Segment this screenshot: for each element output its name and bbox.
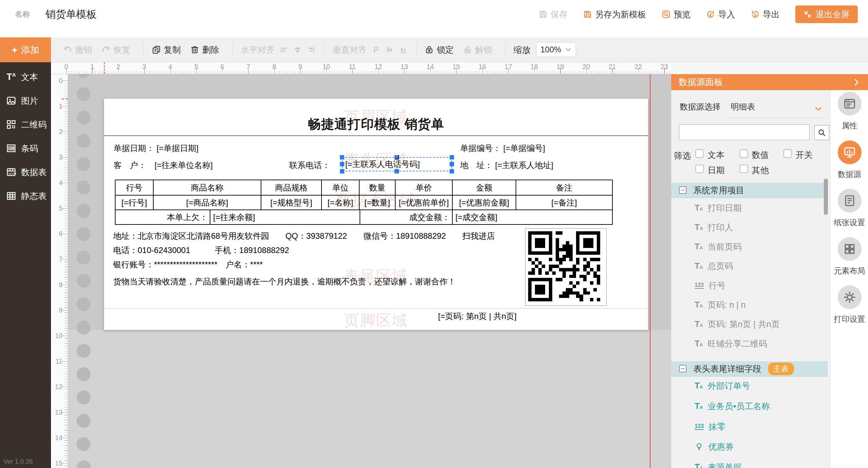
resize-handle[interactable] [340, 162, 344, 166]
table-data-cell[interactable]: [=备注] [516, 196, 613, 210]
selected-phone-element[interactable]: [=主联系人电话号码] [342, 157, 452, 171]
sidebar-item-image[interactable]: 图片 [0, 89, 51, 113]
filter-checkbox-switch[interactable] [783, 149, 792, 158]
filter-checkbox-date[interactable] [695, 165, 704, 173]
align-bottom-icon[interactable] [399, 46, 407, 54]
table-footer-cell[interactable]: [=成交金额] [453, 210, 613, 225]
table-header-cell[interactable]: 金额 [453, 180, 516, 196]
bill-date-field[interactable]: 单据日期： [=单据日期] [114, 143, 198, 154]
table-data-cell[interactable]: [=行号] [116, 196, 154, 210]
table-data-cell[interactable]: [=规格型号] [261, 196, 322, 210]
panel-scrollbar-thumb[interactable] [824, 179, 828, 215]
table-header-cell[interactable]: 商品名称 [154, 180, 261, 196]
datasource-select-value[interactable]: 明细表 [731, 101, 755, 112]
resize-handle[interactable] [395, 169, 399, 173]
filter-label-switch[interactable]: 开关 [796, 149, 813, 161]
save-button[interactable]: 保存 [539, 9, 568, 20]
table-data-cell[interactable]: [=商品名称] [154, 196, 261, 210]
filter-checkbox-number[interactable] [740, 149, 748, 158]
bill-no-field[interactable]: 单据编号： [=单据编号] [460, 143, 545, 154]
customer-field[interactable]: 客 户： [=往来单位名称] [114, 160, 213, 171]
table-footer-cell[interactable]: 本单上欠： [116, 210, 210, 225]
import-button[interactable]: 导入 [706, 9, 735, 20]
table-header-cell[interactable]: 单位 [322, 180, 360, 196]
footer-phone-line[interactable]: 电话：010-62430001 手机：18910888292 [113, 245, 289, 256]
sidebar-item-statictable[interactable]: 静态表 [0, 184, 51, 208]
page-number-element[interactable]: [=页码: 第n页 | 共n页] [438, 311, 517, 322]
tab-datasource[interactable]: 数据源 [831, 140, 868, 180]
search-button[interactable] [814, 125, 829, 140]
align-top-icon[interactable] [372, 46, 380, 54]
save-as-template-button[interactable]: 另存为新模板 [583, 9, 646, 20]
filter-label-text[interactable]: 文本 [708, 149, 725, 161]
table-data-cell[interactable]: [=数量] [360, 196, 396, 210]
table-header-cell[interactable]: 行号 [116, 180, 154, 196]
tab-paper-settings[interactable]: 纸张设置 [831, 189, 868, 228]
undo-button[interactable]: 撤销 [63, 44, 92, 55]
filter-checkbox-other[interactable] [740, 165, 748, 173]
collapse-panel-icon[interactable] [852, 78, 861, 86]
zoom-select[interactable]: 100% [536, 42, 576, 57]
filter-checkbox-text[interactable] [695, 149, 704, 158]
group-header-detail-fields[interactable]: 表头表尾详细字段 主表 [671, 361, 828, 377]
table-header-cell[interactable]: 数量 [360, 180, 396, 196]
table-header-cell[interactable]: 备注 [516, 180, 613, 196]
resize-handle[interactable] [395, 155, 399, 160]
field-item-pageno-long[interactable]: TA 页码: 第n页 | 共n页 [695, 319, 780, 330]
align-middle-icon[interactable] [385, 46, 394, 54]
field-item-coupon[interactable]: 优惠券 [695, 441, 734, 452]
field-item-print-date[interactable]: TA 打印日期 [695, 202, 742, 213]
field-item-source-doc[interactable]: TA 来源单据 [695, 462, 742, 468]
template-title[interactable]: 销货单模板 [46, 7, 97, 21]
filter-label-number[interactable]: 数值 [752, 149, 769, 161]
field-item-salesman[interactable]: TA 业务员•员工名称 [695, 401, 770, 412]
design-canvas[interactable]: 页眉区域 表头区域 数据表区域 表尾区域 页脚区域 畅捷通打印模板 销货单 单据… [68, 74, 671, 468]
table-footer-cell[interactable]: [=往来余额] [210, 210, 360, 225]
table-data-cell[interactable]: [=优惠前单价] [396, 196, 453, 210]
table-header-cell[interactable]: 商品规格 [261, 180, 322, 196]
resize-handle[interactable] [340, 169, 344, 173]
export-button[interactable]: 导出 [751, 9, 780, 20]
template-page[interactable]: 页眉区域 表头区域 数据表区域 表尾区域 页脚区域 畅捷通打印模板 销货单 单据… [104, 99, 648, 330]
tab-print-settings[interactable]: 打印设置 [831, 285, 868, 324]
table-footer-cell[interactable]: 成交金额： [360, 210, 453, 225]
collapse-group-icon[interactable] [679, 365, 687, 372]
field-item-total-pages[interactable]: TA 总页码 [695, 261, 733, 271]
redo-button[interactable]: 恢复 [102, 44, 131, 55]
resize-handle[interactable] [450, 162, 454, 166]
phone-label[interactable]: 联系电话： [289, 160, 330, 171]
align-right-icon[interactable] [307, 46, 315, 54]
field-item-current-page[interactable]: TA 当前页码 [695, 241, 742, 252]
footer-bank-line[interactable]: 银行账号：******************** 户名：**** [113, 259, 263, 270]
footer-address-line[interactable]: 地址：北京市海淀区北清路68号用友软件园 QQ：393879122 微信号：18… [113, 231, 495, 241]
lock-button[interactable]: 锁定 [425, 44, 454, 55]
tab-properties[interactable]: 属性 [831, 92, 868, 131]
resize-handle[interactable] [450, 169, 454, 173]
field-item-rounding[interactable]: 123 抹零 [695, 421, 726, 432]
collapse-group-icon[interactable] [679, 186, 687, 194]
chevron-down-icon[interactable] [814, 104, 823, 113]
align-center-horizontal-icon[interactable] [293, 46, 302, 54]
field-item-pageno-short[interactable]: TA 页码: n | n [695, 299, 746, 310]
exit-fullscreen-button[interactable]: 退出全屏 [795, 5, 858, 23]
resize-handle[interactable] [450, 155, 454, 160]
resize-handle[interactable] [340, 155, 344, 160]
sidebar-item-datatable[interactable]: 数据表 [0, 160, 51, 184]
table-data-cell[interactable]: [=优惠前金额] [453, 196, 516, 210]
unlock-button[interactable]: 解锁 [463, 44, 492, 55]
sidebar-item-text[interactable]: TA 文本 [0, 65, 51, 89]
align-left-icon[interactable] [280, 46, 288, 54]
footer-notice-line[interactable]: 货物当天请验收清楚，产品质量问题请在一个月内退换，逾期概不负责，还望谅解，谢谢合… [113, 276, 456, 287]
sidebar-item-barcode[interactable]: 条码 [0, 136, 51, 160]
field-item-row-number[interactable]: 123 行号 [695, 280, 726, 291]
tab-element-layout[interactable]: 元素布局 [831, 237, 868, 276]
qr-code-element[interactable] [525, 228, 607, 306]
field-item-print-user[interactable]: TA 打印人 [695, 222, 733, 233]
group-header-system-items[interactable]: 系统常用项目 [671, 183, 828, 198]
field-item-shop-qrcode[interactable]: TA 旺铺分享二维码 [695, 338, 767, 349]
address-field[interactable]: 地 址： [=主联系人地址] [460, 160, 553, 171]
datasource-panel-header[interactable]: 数据源面板 [671, 74, 868, 90]
sidebar-item-qrcode[interactable]: 二维码 [0, 113, 51, 136]
preview-button[interactable]: 预览 [662, 9, 691, 20]
copy-button[interactable]: 复制 [152, 44, 181, 55]
